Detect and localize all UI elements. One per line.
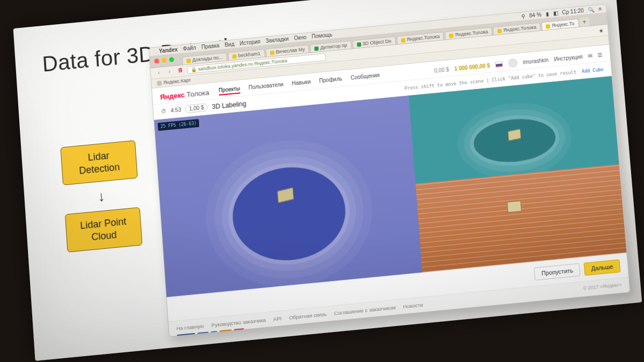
ok-button[interactable]: OK — [219, 329, 232, 337]
mac-menu-item[interactable]: Закладки — [266, 36, 289, 44]
skip-button[interactable]: Пропустить — [534, 263, 581, 280]
battery-label: 84 % — [529, 12, 541, 19]
arrow-down-icon: ↓ — [97, 189, 105, 203]
twitter-button[interactable]: t — [211, 331, 218, 337]
forward-icon[interactable]: › — [165, 68, 173, 76]
nav-projects[interactable]: Проекты — [218, 85, 240, 95]
zoom-icon[interactable] — [169, 57, 174, 62]
input-icon: ◧ — [553, 10, 558, 17]
mac-app-name: Yandex — [159, 47, 178, 54]
mac-menu-item[interactable]: История — [239, 39, 260, 47]
timer-icon: ⏱ — [161, 108, 167, 115]
mac-menu-item[interactable]: Помощь — [311, 32, 332, 40]
battery-icon: ▮ — [545, 11, 549, 17]
task-timer: 4:53 — [171, 107, 181, 114]
nav-users[interactable]: Пользователи — [248, 81, 284, 92]
star-icon[interactable]: ★ — [598, 27, 604, 34]
flag-ru-icon — [495, 62, 503, 68]
annotation-cube[interactable] — [507, 201, 522, 213]
clock: Ср 11:20 — [562, 8, 584, 16]
viewport-top-down[interactable]: 25 FPS (26-63) — [154, 95, 422, 297]
lidar-scan-icon — [472, 115, 557, 166]
flow-box-lidar-detection: Lidar Detection — [60, 140, 137, 185]
footer-link[interactable]: Обратная связь — [289, 311, 327, 321]
lidar-scan-icon — [230, 162, 349, 265]
flow-diagram: Lidar Detection ↓ Lidar Point Cloud — [52, 139, 150, 253]
wifi-icon: ⚲ — [521, 13, 525, 20]
footer-link[interactable]: API — [273, 315, 282, 322]
nav-skills[interactable]: Навыки — [291, 78, 311, 88]
flow-box-lidar-point-cloud: Lidar Point Cloud — [65, 207, 143, 253]
yandex-logo-icon[interactable]: Я — [176, 67, 184, 75]
close-icon[interactable] — [154, 58, 159, 64]
vk-button[interactable]: VK — [197, 332, 209, 337]
bookmark-item[interactable]: Яндекс.Карт — [157, 77, 191, 86]
toloka-logo[interactable]: Яндекс Толока — [160, 88, 209, 101]
slide-surface: Data for 3D Detection Lidar Detection ↓ … — [13, 0, 642, 361]
task-rate: 1,00 $ — [185, 103, 208, 113]
lock-icon: 🔒 — [191, 67, 197, 72]
browser-screenshot: Yandex Файл Правка Вид История Закладки … — [149, 4, 631, 337]
nav-profile[interactable]: Профиль — [319, 76, 342, 86]
avatar[interactable] — [508, 58, 518, 69]
nav-messages[interactable]: Сообщения — [350, 72, 380, 83]
balance-large: 1 000 000,00 $ — [454, 62, 490, 71]
mac-menu-item[interactable]: Вид — [224, 41, 235, 48]
menu-icon[interactable]: ☰ — [597, 51, 603, 58]
spotlight-icon: 🔍 — [588, 6, 595, 13]
facebook-button[interactable]: f 1951 — [177, 333, 196, 337]
username[interactable]: imurashkin — [523, 57, 549, 65]
mac-menu-item[interactable]: Правка — [201, 42, 219, 50]
help-link[interactable]: Инструкция — [554, 54, 583, 62]
mac-menu-item[interactable]: Файл — [183, 45, 196, 51]
balance-small: 0,00 $ — [434, 67, 449, 74]
minimize-icon[interactable] — [162, 58, 167, 63]
notifications-icon: ≡ — [598, 6, 602, 12]
add-cube-link[interactable]: Add Cube — [582, 67, 604, 74]
back-icon[interactable]: ‹ — [155, 69, 163, 77]
gplus-button[interactable]: g+ — [233, 328, 245, 337]
mac-menu-item[interactable]: Окно — [294, 34, 306, 41]
window-controls[interactable] — [154, 57, 174, 63]
next-button[interactable]: Дальше — [584, 260, 621, 276]
footer-link[interactable]: На главную — [176, 323, 204, 331]
mail-icon[interactable]: ✉ — [588, 53, 592, 59]
new-tab-button[interactable]: + — [579, 17, 589, 27]
task-title: 3D Labeling — [211, 100, 246, 110]
fps-overlay: 25 FPS (26-63) — [158, 119, 200, 131]
footer-link[interactable]: Новости — [403, 302, 423, 310]
